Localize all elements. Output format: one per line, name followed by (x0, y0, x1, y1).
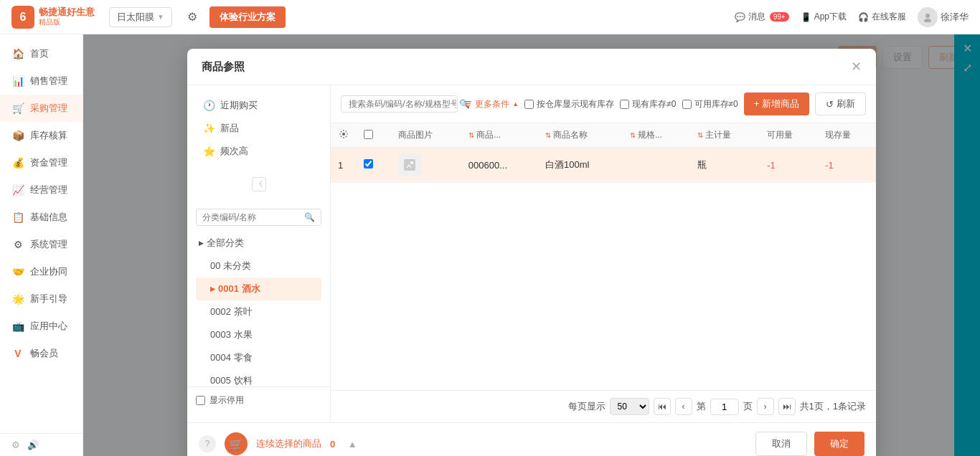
modal-title: 商品参照 (202, 60, 245, 74)
category-uncategorized[interactable]: 00 未分类 (196, 255, 321, 277)
category-uncategorized-label: 00 未分类 (210, 260, 251, 272)
volume-icon[interactable]: 🔊 (27, 440, 39, 450)
modal-close-icon[interactable]: ✕ (851, 59, 862, 75)
product-search-input[interactable] (349, 99, 456, 109)
first-page-btn[interactable]: ⏮ (654, 398, 671, 415)
cancel-button[interactable]: 取消 (755, 432, 807, 456)
sidebar-item-enterprise[interactable]: 🤝 企业协同 (0, 258, 83, 285)
sidebar-item-guide[interactable]: 🌟 新手引导 (0, 285, 83, 313)
app-download-item[interactable]: 📱 App下载 (801, 11, 847, 23)
sidebar-item-inventory[interactable]: 📦 库存核算 (0, 122, 83, 149)
store-arrow-icon: ▼ (157, 13, 164, 21)
sidebar-item-finance[interactable]: 💰 资金管理 (0, 149, 83, 176)
app-icon: 📱 (801, 12, 811, 22)
filter-bar: 🔍 更多条件 ▲ 按仓库显示现有库存 (331, 85, 876, 123)
select-count: 0 (330, 439, 335, 450)
category-tea-label: 0002 茶叶 (210, 305, 253, 318)
sidebar-label-inventory: 库存核算 (30, 129, 67, 142)
next-page-btn[interactable]: › (757, 398, 774, 415)
svg-point-1 (924, 19, 931, 22)
col-name[interactable]: ⇅ 商品名称 (538, 123, 623, 148)
select-all-checkbox[interactable] (364, 130, 373, 139)
modal-overlay: 商品参照 ✕ 🕐 近期购买 ✨ (83, 34, 980, 456)
user-profile[interactable]: 徐泽华 (918, 7, 969, 27)
category-all[interactable]: ▶ 全部分类 (196, 232, 321, 255)
refresh-btn[interactable]: ↺ 刷新 (815, 92, 866, 115)
available-stock-checkbox[interactable] (682, 100, 692, 109)
expand-icon[interactable]: ▲ (344, 435, 361, 452)
row-unit: 瓶 (690, 148, 760, 183)
row-stock: -1 (818, 148, 876, 183)
category-drinks[interactable]: 0005 饮料 (196, 369, 321, 386)
settings-bottom-icon[interactable]: ⚙ (11, 440, 20, 450)
sales-icon: 📊 (11, 75, 24, 87)
sidebar-item-purchase[interactable]: 🛒 采购管理 (0, 95, 83, 122)
apps-icon: 📺 (11, 320, 24, 333)
page-number-input[interactable] (710, 399, 739, 415)
total-info: 共1页，1条记录 (800, 400, 866, 413)
liquor-arrow-icon: ▶ (210, 285, 215, 293)
sidebar-item-home[interactable]: 🏠 首页 (0, 40, 83, 67)
svg-rect-2 (464, 101, 471, 103)
col-unit[interactable]: ⇅ 主计量 (690, 123, 760, 148)
trial-button[interactable]: 体验行业方案 (209, 6, 286, 28)
refresh-icon: ↺ (826, 99, 834, 110)
collapse-button[interactable]: 《 (252, 177, 266, 191)
category-fruit[interactable]: 0003 水果 (196, 323, 321, 346)
sidebar-item-sales[interactable]: 📊 销售管理 (0, 67, 83, 95)
confirm-button[interactable]: 确定 (814, 432, 864, 456)
category-liquor-label: 0001 酒水 (218, 282, 260, 295)
row-checkbox (357, 148, 391, 183)
table-row[interactable]: 1 (331, 148, 876, 183)
quick-link-frequent[interactable]: ⭐ 频次高 (196, 140, 321, 163)
clock-icon: 🕐 (202, 98, 216, 113)
col-image: 商品图片 (391, 123, 461, 148)
sidebar-item-apps[interactable]: 📺 应用中心 (0, 313, 83, 340)
global-settings-icon[interactable]: ⚙ (181, 6, 204, 29)
svg-rect-4 (466, 105, 470, 107)
message-item[interactable]: 💬 消息 99+ (735, 11, 789, 23)
col-code[interactable]: ⇅ 商品... (461, 123, 538, 148)
basic-info-icon: 📋 (11, 211, 24, 224)
col-spec[interactable]: ⇅ 规格... (623, 123, 690, 148)
sidebar-footer: ⚙ 🔊 (0, 433, 83, 456)
cart-icon[interactable]: 🛒 (225, 432, 248, 455)
quick-link-recent[interactable]: 🕐 近期购买 (196, 94, 321, 117)
category-search-input[interactable] (202, 212, 301, 222)
col-available: 可用量 (760, 123, 818, 148)
category-search-icon[interactable]: 🔍 (304, 212, 315, 222)
last-page-btn[interactable]: ⏭ (778, 398, 796, 415)
col-settings[interactable] (331, 123, 357, 148)
store-selector[interactable]: 日太阳膜 ▼ (109, 7, 172, 27)
row-code: 000600... (461, 148, 538, 183)
user-name: 徐泽华 (941, 11, 969, 24)
help-icon[interactable]: ? (199, 435, 216, 452)
page-size-select[interactable]: 50 10 20 100 (610, 398, 649, 415)
purchase-icon: 🛒 (11, 102, 24, 115)
headset-icon: 🎧 (858, 12, 869, 22)
modal-header: 商品参照 ✕ (187, 49, 876, 85)
sidebar-item-basic-info[interactable]: 📋 基础信息 (0, 204, 83, 231)
current-stock-checkbox-label: 现有库存≠0 (620, 98, 676, 110)
sidebar-item-member[interactable]: V 畅会员 (0, 340, 83, 367)
category-tea[interactable]: 0002 茶叶 (196, 300, 321, 323)
current-stock-label: 现有库存≠0 (632, 98, 676, 110)
prev-page-btn[interactable]: ‹ (675, 398, 692, 415)
finance-icon: 💰 (11, 156, 24, 169)
category-snacks[interactable]: 0004 零食 (196, 346, 321, 369)
online-service-item[interactable]: 🎧 在线客服 (858, 11, 906, 23)
add-product-button[interactable]: + 新增商品 (744, 92, 809, 115)
more-conditions-btn[interactable]: 更多条件 ▲ (463, 98, 519, 110)
quick-link-new[interactable]: ✨ 新品 (196, 117, 321, 140)
modal-footer: ? 🛒 连续选择的商品 0 ▲ 取消 确定 (187, 422, 876, 456)
warehouse-display-checkbox[interactable] (524, 100, 534, 109)
sidebar-label-purchase: 采购管理 (30, 102, 67, 115)
show-disabled-checkbox[interactable] (196, 396, 205, 405)
quick-link-new-label: 新品 (220, 122, 239, 135)
svg-rect-3 (465, 103, 471, 105)
sidebar-item-operations[interactable]: 📈 经营管理 (0, 176, 83, 204)
category-liquor[interactable]: ▶ 0001 酒水 (196, 277, 321, 300)
sidebar-item-system[interactable]: ⚙ 系统管理 (0, 231, 83, 258)
current-stock-checkbox[interactable] (620, 100, 629, 109)
row-select-checkbox[interactable] (364, 159, 373, 168)
